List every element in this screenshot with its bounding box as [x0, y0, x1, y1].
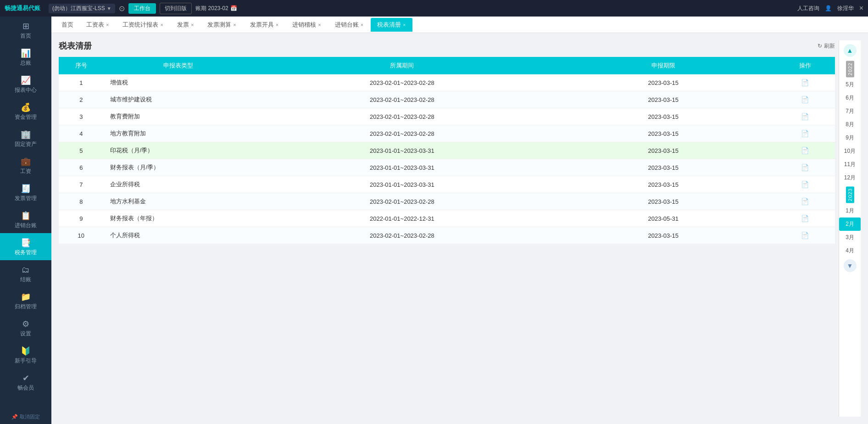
- cell-seq: 8: [59, 193, 104, 210]
- tab-invoice-open[interactable]: 发票开具 ×: [244, 18, 285, 32]
- sidebar-item-home[interactable]: ⊞ 首页: [0, 17, 51, 44]
- th-deadline: 申报期限: [551, 57, 775, 74]
- op-icon[interactable]: 📄: [801, 113, 809, 120]
- sidebar-item-invoice[interactable]: 🧾 发票管理: [0, 179, 51, 206]
- cal-month-3[interactable]: 3月: [839, 231, 861, 244]
- sidebar-item-guide[interactable]: 🔰 新手引导: [0, 341, 51, 368]
- fund-icon: 💰: [21, 103, 31, 112]
- cell-op[interactable]: 📄: [775, 125, 835, 142]
- report-icon: 📈: [21, 76, 31, 84]
- op-icon[interactable]: 📄: [801, 232, 809, 239]
- sidebar-item-asset[interactable]: 🏢 固定资产: [0, 125, 51, 152]
- cell-period: 2023-02-01~2023-02-28: [253, 125, 551, 142]
- cal-month-7[interactable]: 7月: [839, 105, 861, 118]
- tab-home[interactable]: 首页: [56, 18, 79, 32]
- table-header-row: 序号 申报表类型 所属期间 申报期限 操作: [59, 57, 835, 74]
- cell-op[interactable]: 📄: [775, 227, 835, 244]
- sidebar-label-purchase: 进销台账: [15, 222, 37, 229]
- cal-month-11[interactable]: 11月: [839, 158, 861, 171]
- op-icon[interactable]: 📄: [801, 79, 809, 86]
- curr-year-label[interactable]: 2023: [846, 186, 854, 203]
- op-icon[interactable]: 📄: [801, 215, 809, 222]
- cell-seq: 10: [59, 227, 104, 244]
- tab-invoice[interactable]: 发票 ×: [171, 18, 200, 32]
- cell-period: 2023-02-01~2023-02-28: [253, 74, 551, 91]
- tab-salary-report[interactable]: 工资统计报表 ×: [116, 18, 169, 32]
- tab-close-invoice-calc[interactable]: ×: [233, 22, 236, 28]
- sidebar-item-salary[interactable]: 💼 工资: [0, 152, 51, 179]
- cell-op[interactable]: 📄: [775, 74, 835, 91]
- tab-invoice-calc[interactable]: 发票测算 ×: [201, 18, 242, 32]
- calendar-icon[interactable]: 📅: [230, 5, 237, 11]
- tab-close-purchase-review[interactable]: ×: [318, 22, 321, 28]
- tab-close-purchase-ledger[interactable]: ×: [361, 22, 363, 28]
- sidebar-label-member: 畅会员: [17, 384, 34, 392]
- refresh-button[interactable]: ↻ 刷新: [818, 42, 835, 50]
- username: 徐淫华: [837, 5, 854, 12]
- op-icon[interactable]: 📄: [801, 130, 809, 137]
- prev-year-label[interactable]: 2022: [846, 61, 854, 77]
- sidebar-label-ledger: 总账: [20, 59, 31, 67]
- sidebar-item-member[interactable]: ✔ 畅会员: [0, 368, 51, 396]
- cell-deadline: 2023-05-31: [551, 210, 775, 227]
- help-button[interactable]: 人工咨询: [797, 5, 819, 12]
- cal-month-12[interactable]: 12月: [839, 171, 861, 184]
- page-content: 税表清册 ↻ 刷新 序号 申报表类型 所属期间 申报期限 操作: [51, 33, 868, 424]
- op-icon[interactable]: 📄: [801, 147, 809, 154]
- tab-salary[interactable]: 工资表 ×: [80, 18, 115, 32]
- tab-tax-register[interactable]: 税表清册 ×: [371, 18, 412, 32]
- cell-op[interactable]: 📄: [775, 108, 835, 125]
- table-row: 7 企业所得税 2023-01-01~2023-03-31 2023-03-15…: [59, 176, 835, 193]
- op-icon[interactable]: 📄: [801, 181, 809, 188]
- tab-close-salary[interactable]: ×: [106, 22, 109, 28]
- cell-op[interactable]: 📄: [775, 142, 835, 159]
- tab-close-tax-register[interactable]: ×: [403, 22, 406, 28]
- sidebar-label-invoice: 发票管理: [15, 195, 37, 202]
- cell-op[interactable]: 📄: [775, 91, 835, 108]
- cal-month-5[interactable]: 5月: [839, 78, 861, 91]
- cell-op[interactable]: 📄: [775, 193, 835, 210]
- cal-month-2[interactable]: 2月: [839, 218, 861, 231]
- asset-icon: 🏢: [21, 130, 31, 139]
- cal-month-4[interactable]: 4月: [839, 244, 861, 257]
- page-title: 税表清册: [59, 40, 92, 51]
- op-icon[interactable]: 📄: [801, 164, 809, 171]
- tab-close-invoice[interactable]: ×: [191, 22, 194, 28]
- sidebar-item-purchase[interactable]: 📋 进销台账: [0, 206, 51, 233]
- tab-bar: 首页 工资表 × 工资统计报表 × 发票 × 发票测算 × 发票开具 × 进销稽…: [51, 17, 868, 33]
- cell-type: 地方水利基金: [104, 193, 253, 210]
- cal-month-10[interactable]: 10月: [839, 145, 861, 158]
- sidebar-item-archive[interactable]: 📁 归档管理: [0, 287, 51, 314]
- switch-old-button[interactable]: 切到旧版: [160, 3, 192, 14]
- cal-month-1[interactable]: 1月: [839, 204, 861, 218]
- cal-month-8[interactable]: 8月: [839, 118, 861, 131]
- calendar-panel: ▲ 2022 5月 6月 7月 8月 9月 10月 11月 12月 2023 1…: [839, 40, 861, 417]
- op-icon[interactable]: 📄: [801, 96, 809, 103]
- cal-month-6[interactable]: 6月: [839, 91, 861, 105]
- cell-op[interactable]: 📄: [775, 176, 835, 193]
- pin-toggle-button[interactable]: 📌 取消固定: [0, 410, 51, 424]
- cell-period: 2022-01-01~2022-12-31: [253, 210, 551, 227]
- sidebar-item-report[interactable]: 📈 报表中心: [0, 71, 51, 98]
- cell-op[interactable]: 📄: [775, 210, 835, 227]
- tab-purchase-ledger[interactable]: 进销台账 ×: [328, 18, 370, 32]
- tab-purchase-review[interactable]: 进销稽核 ×: [286, 18, 327, 32]
- table-body: 1 增值税 2023-02-01~2023-02-28 2023-03-15 📄…: [59, 74, 835, 244]
- tab-close-invoice-open[interactable]: ×: [276, 22, 278, 28]
- calendar-nav-down[interactable]: ▼: [844, 259, 857, 272]
- calendar-nav-up[interactable]: ▲: [844, 44, 857, 57]
- refresh-label: 刷新: [824, 42, 835, 50]
- sidebar-item-tax[interactable]: 📑 税务管理: [0, 233, 51, 260]
- company-selector[interactable]: (勿动）江西服宝-LSS ▼: [49, 4, 115, 13]
- op-icon[interactable]: 📄: [801, 198, 809, 205]
- sidebar-item-ledger[interactable]: 📊 总账: [0, 44, 51, 71]
- cal-month-9[interactable]: 9月: [839, 131, 861, 145]
- sidebar-item-settings[interactable]: ⚙ 设置: [0, 314, 51, 341]
- sidebar-item-fund[interactable]: 💰 资金管理: [0, 98, 51, 125]
- sidebar-label-archive: 归档管理: [15, 303, 37, 311]
- tab-close-salary-report[interactable]: ×: [160, 22, 163, 28]
- sidebar-item-settlement[interactable]: 🗂 结账: [0, 260, 51, 287]
- window-close-icon[interactable]: ×: [859, 4, 863, 12]
- workspace-button[interactable]: 工作台: [128, 3, 156, 14]
- cell-op[interactable]: 📄: [775, 159, 835, 176]
